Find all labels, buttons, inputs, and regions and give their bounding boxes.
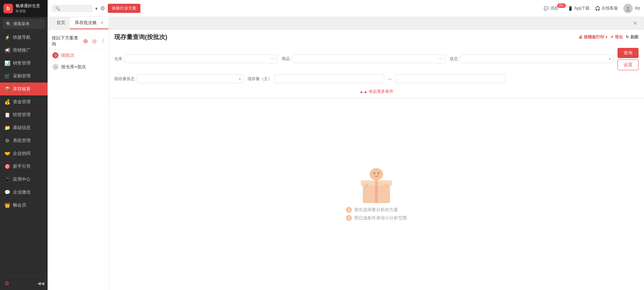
inventory-status-select-wrapper: 全部 有库存 无库存 ▾: [137, 74, 243, 83]
sidebar-item-appstore-label: 应用中心: [13, 176, 31, 182]
page-title: 现存量查询(按批次) 🖨 按模板打印 ▾ ↗ 导出 ↻: [114, 33, 639, 41]
tab-bar: 首页 库存批次账 ✕ ✕: [48, 17, 644, 30]
sidebar-item-quicknav[interactable]: ⚡ 快捷导航: [0, 31, 48, 44]
panel-item-batch[interactable]: ⊙ 按批次: [48, 50, 108, 61]
collapse-conditions-btn[interactable]: ▲▲ 收起更多条件: [114, 87, 639, 96]
app-logo: b: [3, 4, 13, 13]
settings-button[interactable]: 设置: [617, 59, 639, 70]
tab-close-all-button[interactable]: ✕: [630, 20, 640, 26]
sidebar-item-enterprise-label: 企业协同: [13, 150, 31, 157]
app-subtitle: 标准版: [16, 9, 40, 14]
warehouse-input-wrapper: ···: [124, 54, 278, 63]
sidebar-item-operations[interactable]: 📋 经营管理: [0, 108, 48, 121]
basics-icon: 📁: [4, 125, 10, 131]
inventory-qty-label: 现存量（主）: [248, 76, 272, 82]
sidebar-item-purchase[interactable]: 🛒 采购管理: [0, 70, 48, 83]
panel-item-warehouse-batch[interactable]: ⊙ 按仓库+批次: [48, 61, 108, 73]
status-select[interactable]: 全部 正常 停用: [460, 54, 613, 63]
collapse-up-icon: ▲▲: [359, 89, 368, 94]
svg-point-6: [374, 173, 375, 174]
tab-batch[interactable]: 库存批次账 ✕: [70, 17, 108, 29]
member-icon: 👑: [4, 202, 10, 208]
sidebar-item-marketing[interactable]: 📢 营销推广: [0, 44, 48, 57]
panel-settings-button[interactable]: ⊙: [91, 38, 98, 44]
inventory-icon: 📦: [4, 86, 10, 92]
sidebar-settings-button[interactable]: ⚙: [3, 280, 10, 287]
sidebar-item-wechat[interactable]: 💬 企业微信: [0, 186, 48, 199]
header-message-btn[interactable]: 💬 消息 99+: [544, 5, 562, 11]
sidebar-item-appstore[interactable]: 📱 应用中心: [0, 173, 48, 186]
panel-header-title: 按以下方案查询: [52, 35, 80, 47]
sidebar-item-operations-label: 经营管理: [13, 112, 31, 118]
refresh-label: 刷新: [630, 34, 639, 40]
export-icon: ↗: [610, 35, 613, 39]
sidebar-item-enterprise[interactable]: 🤝 企业协同: [0, 147, 48, 160]
system-icon: ⚙: [4, 138, 10, 144]
panel-item-batch-label: 按批次: [61, 52, 74, 58]
title-actions: 🖨 按模板打印 ▾ ↗ 导出 ↻ 刷新: [578, 34, 639, 40]
query-button[interactable]: 查询: [617, 48, 639, 58]
sidebar-item-basics[interactable]: 📁 基础信息: [0, 121, 48, 134]
warehouse-dots[interactable]: ···: [270, 56, 276, 62]
inventory-qty-field: 现存量（主） —: [248, 74, 506, 83]
header-search-box[interactable]: 🔍: [52, 5, 92, 12]
sidebar-item-sales[interactable]: 📊 销售管理: [0, 57, 48, 70]
sidebar-item-finance[interactable]: 💰 资金管理: [0, 95, 48, 108]
panel-item-warehouse-batch-label: 按仓库+批次: [61, 64, 86, 70]
app-title-group: 畅康通好生意 标准版: [16, 3, 40, 14]
print-label: 按模板打印: [584, 34, 604, 40]
newbie-icon: 🎯: [4, 163, 10, 169]
panel-add-button[interactable]: ⊕: [82, 38, 89, 44]
sidebar-collapse-button[interactable]: ◀◀: [37, 280, 44, 287]
sidebar-header: b 畅康通好生意 标准版: [0, 0, 48, 17]
svg-rect-4: [375, 180, 378, 203]
empty-state: 1 请先选择要分析的方案 2 用过滤条件来缩小分析范围: [109, 98, 644, 290]
header-app-download-btn[interactable]: 📱 App下载: [568, 5, 590, 11]
tab-batch-close[interactable]: ✕: [100, 20, 104, 25]
product-input-wrapper: ···: [292, 54, 445, 63]
sidebar-item-finance-label: 资金管理: [13, 99, 31, 105]
empty-hint-2: 2 用过滤条件来缩小分析范围: [346, 215, 407, 221]
header-gear-button[interactable]: ⚙: [100, 5, 105, 12]
operations-icon: 📋: [4, 112, 10, 118]
inventory-qty-max-input[interactable]: [395, 74, 506, 83]
warehouse-input[interactable]: [124, 54, 278, 63]
header-app-label: App下载: [574, 5, 590, 11]
sidebar-item-member-label: 畅会员: [13, 202, 26, 208]
sidebar-item-system[interactable]: ⚙ 系统管理: [0, 134, 48, 147]
empty-icon: [356, 167, 397, 201]
quicknav-icon: ⚡: [4, 34, 10, 40]
refresh-icon: ↻: [626, 35, 629, 39]
panel-collapse-button[interactable]: 《: [100, 38, 104, 44]
header-service-label: 在线客服: [601, 5, 618, 11]
tab-home[interactable]: 首页: [52, 17, 70, 29]
status-label: 状态: [450, 56, 458, 62]
sidebar-nav: ⚡ 快捷导航 📢 营销推广 📊 销售管理 🛒 采购管理 📦 库存核算 💰 资金管…: [0, 31, 48, 276]
warehouse-field: 仓库 ···: [114, 54, 278, 63]
print-action[interactable]: 🖨 按模板打印 ▾: [578, 34, 607, 40]
sidebar-search[interactable]: 🔍 搜索菜单: [3, 19, 45, 29]
product-input[interactable]: [292, 54, 445, 63]
main-area: 🔍 ▾ ⚙ 体验行业方案 💬 消息 99+ 📱 App下载 🎧 在线客服: [48, 0, 644, 290]
sidebar-search-label: 搜索菜单: [13, 21, 30, 27]
refresh-action[interactable]: ↻ 刷新: [626, 34, 639, 40]
inventory-status-select[interactable]: 全部 有库存 无库存: [137, 74, 243, 83]
sidebar-item-inventory[interactable]: 📦 库存核算: [0, 83, 48, 95]
sidebar-item-member[interactable]: 👑 畅会员: [0, 199, 48, 212]
header-dropdown-button[interactable]: ▾: [95, 6, 98, 11]
header-user-btn[interactable]: Rit: [623, 4, 640, 13]
inventory-qty-min-input[interactable]: [274, 74, 384, 83]
sidebar-item-newbie[interactable]: 🎯 新手引导: [0, 160, 48, 173]
batch-icon: ⊙: [52, 52, 58, 58]
product-dots[interactable]: ···: [438, 56, 443, 62]
export-action[interactable]: ↗ 导出: [610, 34, 623, 40]
sidebar-item-purchase-label: 采购管理: [13, 73, 31, 79]
header-trial-button[interactable]: 体验行业方案: [108, 4, 140, 13]
header-service-btn[interactable]: 🎧 在线客服: [595, 5, 618, 11]
query-header: 现存量查询(按批次) 🖨 按模板打印 ▾ ↗ 导出 ↻: [109, 30, 644, 98]
hint-num-2: 2: [346, 215, 352, 221]
sidebar: b 畅康通好生意 标准版 🔍 搜索菜单 ⚡ 快捷导航 📢 营销推广 📊 销售管理…: [0, 0, 48, 290]
top-header: 🔍 ▾ ⚙ 体验行业方案 💬 消息 99+ 📱 App下载 🎧 在线客服: [48, 0, 644, 17]
hint-text-2: 用过滤条件来缩小分析范围: [354, 215, 407, 221]
phone-icon: 📱: [568, 6, 573, 11]
